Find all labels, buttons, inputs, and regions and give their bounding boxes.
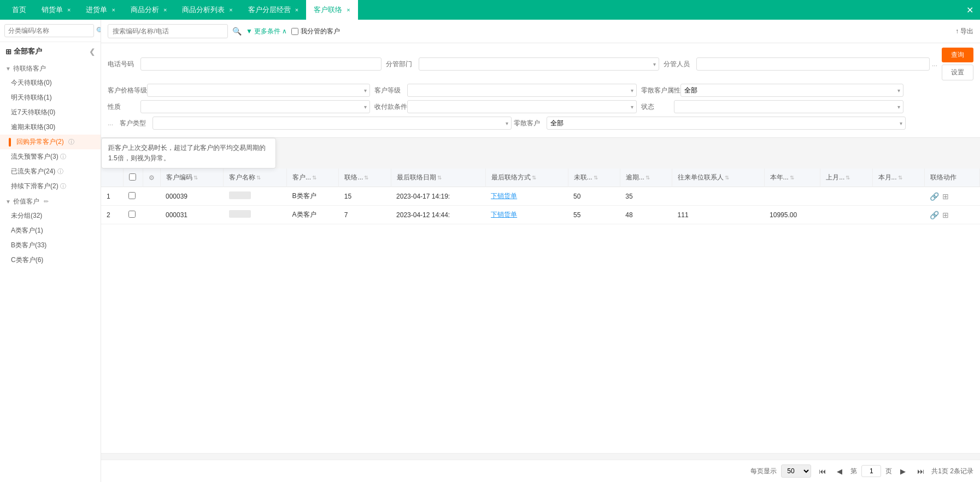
per-page-label: 每页显示 (750, 467, 777, 476)
col-overdue: 逾期...⇅ (620, 169, 672, 187)
sidebar-item-churn-warning[interactable]: 流失预警客户(3) ⓘ (0, 149, 101, 164)
nav-home[interactable]: 首页 (4, 0, 34, 20)
filter-phone-input[interactable] (140, 57, 382, 71)
filter-status-label: 状态 (641, 102, 674, 112)
sidebar-item-tomorrow-contact[interactable]: 明天待联络(1) (0, 90, 101, 105)
filter-customer-type-select[interactable] (152, 117, 512, 130)
my-customer-checkbox-label[interactable]: 我分管的客户 (291, 27, 340, 36)
nav-goods-analysis-list-close[interactable]: × (229, 0, 232, 20)
filter-manager-input[interactable] (696, 57, 930, 71)
more-conditions-label: 更多条件 (254, 27, 280, 36)
filter-retail-attr-field: 零散客户属性 全部 ▾ (641, 84, 903, 97)
sort-icon-last-month[interactable]: ⇅ (846, 175, 850, 181)
sort-icon-contact[interactable]: ⇅ (364, 175, 368, 181)
horizontal-scrollbar[interactable] (101, 453, 980, 460)
sort-icon-uncontacted[interactable]: ⇅ (594, 175, 598, 181)
sidebar-item-churned[interactable]: 已流失客户(24) ⓘ (0, 164, 101, 179)
link-icon-2[interactable]: 🔗 (930, 211, 939, 219)
col-last-month-label: 上月... (826, 173, 844, 181)
last-page-btn[interactable]: ⏭ (914, 464, 927, 478)
next-page-btn[interactable]: ▶ (896, 464, 909, 478)
nav-goods-analysis[interactable]: 商品分析 × (123, 0, 174, 20)
more-icon[interactable]: ... (932, 60, 937, 68)
filter-payment-label: 收付款条件 (374, 102, 407, 112)
nav-customer-contact[interactable]: 客户联络 × (306, 0, 357, 20)
filter-price-level-select-wrapper: ▾ (147, 84, 370, 97)
sidebar-collapse-icon[interactable]: ❮ (89, 48, 95, 56)
filter-retail-attr-select[interactable]: 全部 (680, 84, 903, 97)
filter-customer-level-field: 客户等级 ▾ (374, 84, 637, 97)
sidebar-item-7days-contact[interactable]: 近7天待联络(0) (0, 105, 101, 120)
sidebar-item-today-contact[interactable]: 今天待联络(0) (0, 76, 101, 90)
edit-icon[interactable]: ✏ (44, 198, 49, 205)
sort-icon-year[interactable]: ⇅ (790, 175, 794, 181)
filter-status-select[interactable] (674, 100, 903, 113)
nav-purchase[interactable]: 进货单 × (78, 0, 122, 20)
filter-payment-select[interactable] (407, 100, 637, 113)
contact-icon-2[interactable]: ⊞ (942, 211, 949, 219)
nav-goods-analysis-list[interactable]: 商品分析列表 × (174, 0, 240, 20)
nav-purchase-close[interactable]: × (112, 0, 115, 20)
sidebar-item-repurchase-abnormal[interactable]: 回购异常客户(2) ⓘ (0, 135, 101, 149)
filter-customer-level-select[interactable] (407, 84, 637, 97)
sort-icon-code[interactable]: ⇅ (193, 175, 198, 181)
page-input[interactable] (861, 465, 881, 477)
prev-page-btn[interactable]: ◀ (833, 464, 846, 478)
first-page-btn[interactable]: ⏮ (815, 464, 829, 478)
app-close-button[interactable]: ✕ (966, 5, 973, 15)
contact-method-link-2[interactable]: 下销货单 (491, 211, 517, 218)
more-dots[interactable]: ... (108, 119, 113, 127)
link-icon-1[interactable]: 🔗 (930, 192, 939, 201)
nav-customer-segment-close[interactable]: × (295, 0, 298, 20)
info-icon-3: ⓘ (57, 168, 63, 175)
nav-goods-analysis-close[interactable]: × (163, 0, 167, 20)
sort-icon-name[interactable]: ⇅ (256, 175, 261, 181)
sidebar-group-value-customer[interactable]: ▼ 价值客户 ✏ (0, 194, 101, 208)
nav-customer-segment[interactable]: 客户分层经营 × (240, 0, 306, 20)
filter-price-level-select[interactable] (147, 84, 370, 97)
sort-icon-method[interactable]: ⇅ (532, 175, 536, 181)
filter-gender-select[interactable] (140, 100, 370, 113)
col-checkbox (123, 169, 143, 187)
sort-icon-date[interactable]: ⇅ (437, 175, 442, 181)
sort-icon-unit[interactable]: ⇅ (725, 175, 729, 181)
sidebar-all-customers-header[interactable]: ⊞ 全部客户 ❮ (0, 42, 101, 61)
nav-customer-contact-close[interactable]: × (347, 0, 350, 20)
filter-retail-customer-select[interactable]: 全部 (547, 117, 906, 130)
settings-button[interactable]: 设置 (942, 65, 973, 80)
sort-icon-this-month[interactable]: ⇅ (898, 175, 902, 181)
contact-method-link-1[interactable]: 下销货单 (491, 192, 517, 200)
row-checkbox-2[interactable] (128, 211, 136, 218)
pagination: 每页显示 50 20 100 ⏮ ◀ 第 页 ▶ ⏭ 共1页 2条记录 (101, 460, 980, 482)
sidebar-item-class-a[interactable]: A类客户(1) (0, 223, 101, 238)
info-icon-2: ⓘ (60, 153, 66, 160)
sidebar-group-pending-contact[interactable]: ▼ 待联络客户 (0, 61, 101, 76)
export-btn[interactable]: ↑ 导出 (955, 27, 973, 36)
sidebar-item-class-b[interactable]: B类客户(33) (0, 238, 101, 253)
contact-icon-1[interactable]: ⊞ (942, 192, 949, 201)
row-checkbox-1[interactable] (128, 192, 136, 199)
search-input[interactable] (108, 24, 228, 38)
col-contact: 联络...⇅ (339, 169, 391, 187)
sort-icon-type[interactable]: ⇅ (312, 175, 316, 181)
table-settings-icon[interactable]: ⚙ (149, 174, 155, 182)
sidebar-search-icon[interactable]: 🔍 (96, 27, 101, 34)
my-customer-checkbox[interactable] (291, 28, 298, 35)
sidebar-item-overdue-contact[interactable]: 逾期未联络(30) (0, 120, 101, 135)
sidebar-item-class-c[interactable]: C类客户(6) (0, 253, 101, 268)
nav-sales-close[interactable]: × (67, 0, 71, 20)
more-conditions-btn[interactable]: ▼ 更多条件 ∧ (246, 27, 287, 36)
search-icon: 🔍 (232, 27, 242, 36)
sidebar-item-declining[interactable]: 持续下滑客户(2) ⓘ (0, 179, 101, 194)
select-all-checkbox[interactable] (129, 173, 136, 181)
nav-sales[interactable]: 销货单 × (34, 0, 78, 20)
page-size-select[interactable]: 50 20 100 (781, 464, 811, 478)
sidebar-search-input[interactable] (4, 24, 94, 37)
filter-dept-select[interactable] (419, 57, 660, 71)
sort-icon-overdue[interactable]: ⇅ (645, 175, 650, 181)
filter-row-3: 性质 ▾ 收付款条件 ▾ 状态 (108, 100, 973, 113)
sidebar-search-area: 🔍 (0, 20, 101, 42)
query-button[interactable]: 查询 (942, 48, 973, 62)
sidebar-item-ungroup[interactable]: 未分组(32) (0, 208, 101, 223)
col-type: 客户...⇅ (287, 169, 339, 187)
